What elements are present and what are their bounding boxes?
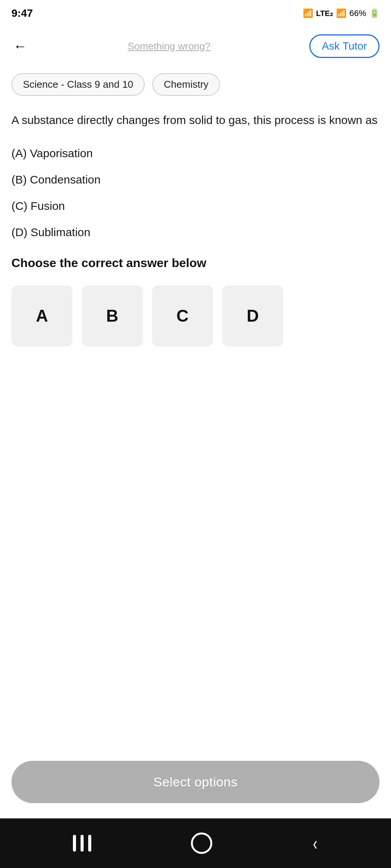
answer-button-c[interactable]: C — [152, 285, 213, 346]
bars-icon — [73, 835, 91, 852]
signal-icon: 📶 — [303, 8, 313, 18]
option-b: (B) Condensation — [11, 171, 380, 188]
option-d: (D) Sublimation — [11, 224, 380, 241]
home-button[interactable] — [191, 833, 212, 854]
back-nav-button[interactable]: ‹ — [312, 832, 318, 854]
lte-icon: LTE₂ — [316, 9, 333, 18]
select-options-container: Select options — [0, 753, 391, 818]
question-text: A substance directly changes from solid … — [11, 111, 380, 129]
answer-button-b[interactable]: B — [82, 285, 143, 346]
content-spacer — [0, 436, 391, 754]
top-nav: ← Something wrong? Ask Tutor — [0, 27, 391, 66]
bottom-nav: ‹ — [0, 818, 391, 868]
ask-tutor-button[interactable]: Ask Tutor — [309, 34, 380, 58]
signal-icon-2: 📶 — [336, 8, 346, 18]
status-bar: 9:47 📶 LTE₂ 📶 66% 🔋 — [0, 0, 391, 27]
battery-text: 66% — [349, 8, 366, 18]
recent-apps-button[interactable] — [73, 835, 91, 852]
answer-button-d[interactable]: D — [222, 285, 283, 346]
answer-buttons-row: A B C D — [11, 285, 380, 346]
answer-button-a[interactable]: A — [11, 285, 73, 346]
option-a: (A) Vaporisation — [11, 145, 380, 162]
question-section: A substance directly changes from solid … — [0, 103, 391, 436]
select-options-button[interactable]: Select options — [11, 761, 380, 803]
something-wrong-link[interactable]: Something wrong? — [128, 40, 210, 52]
tags-row: Science - Class 9 and 10 Chemistry — [0, 66, 391, 103]
option-c: (C) Fusion — [11, 197, 380, 214]
tag-chemistry[interactable]: Chemistry — [152, 73, 220, 96]
tag-science[interactable]: Science - Class 9 and 10 — [11, 73, 145, 96]
home-circle-icon — [191, 833, 212, 854]
choose-label: Choose the correct answer below — [11, 256, 380, 270]
status-icons: 📶 LTE₂ 📶 66% 🔋 — [303, 8, 380, 18]
back-button[interactable]: ← — [11, 36, 29, 56]
chevron-left-icon: ‹ — [313, 832, 317, 854]
status-time: 9:47 — [11, 7, 33, 19]
battery-icon: 🔋 — [369, 8, 380, 18]
